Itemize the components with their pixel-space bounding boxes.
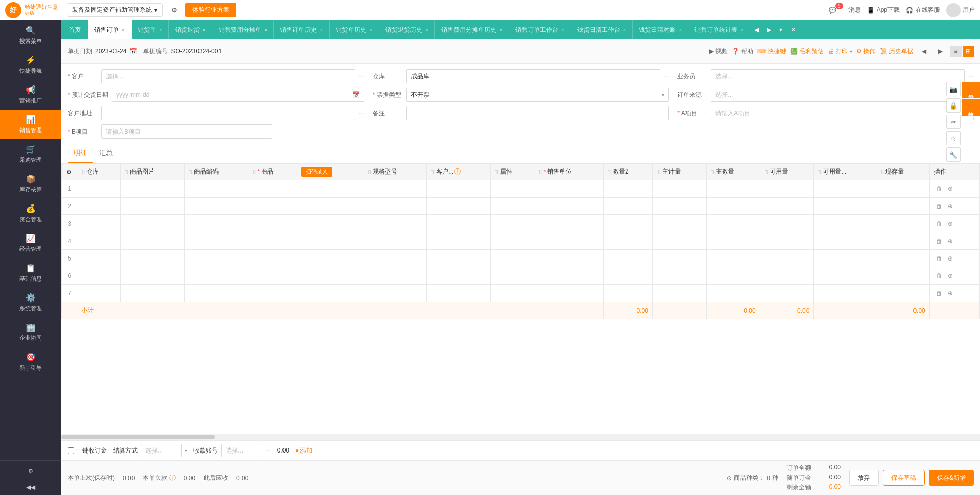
print-button[interactable]: 🖨 打印 ▾ [828, 47, 852, 56]
edit-float-icon[interactable]: ✏ [946, 115, 961, 129]
sidebar-item-quicknav[interactable]: ⚡ 快捷导航 [0, 50, 61, 80]
tab-close-cash-daily[interactable]: × [623, 27, 626, 33]
row-2-product-code[interactable] [184, 198, 248, 215]
row-3-warehouse[interactable] [77, 215, 121, 232]
settlement-input[interactable]: 选择... [141, 444, 182, 457]
row-4-main-qty[interactable] [706, 232, 760, 250]
tab-close-sales-order-history[interactable]: × [320, 27, 323, 33]
calendar-icon[interactable]: 📅 [129, 48, 137, 55]
copy-row-1-icon[interactable]: ⊕ [945, 184, 955, 194]
row-2-customer-code[interactable] [427, 198, 491, 215]
tab-close-refund-history[interactable]: × [425, 27, 428, 33]
business-more-icon[interactable]: ··· [968, 72, 974, 80]
delete-row-4-icon[interactable]: 🗑 [934, 236, 944, 246]
save-draft-button[interactable]: 保存草稿 [883, 470, 925, 486]
row-3-qty2[interactable] [603, 215, 652, 232]
tab-close-order-workbench[interactable]: × [561, 27, 564, 33]
tab-close-sales-return[interactable]: × [159, 27, 162, 33]
order-source-input[interactable]: 选择... [711, 88, 965, 102]
remark-input[interactable] [406, 106, 669, 120]
b-project-input[interactable]: 请输入B项目 [101, 124, 272, 139]
invoice-type-select[interactable]: 不开票 ▾ [406, 88, 669, 102]
row-6-main-unit[interactable] [652, 267, 706, 285]
customer-input[interactable]: 选择... [101, 69, 355, 83]
row-7-qty2[interactable] [603, 285, 652, 302]
sidebar-item-finance[interactable]: 💰 资金管理 [0, 199, 61, 228]
collapse-button[interactable]: ◀◀ [0, 480, 61, 495]
tab-prev-button[interactable]: ◀ [750, 20, 763, 39]
sidebar-item-inventory[interactable]: 📦 库存核算 [0, 169, 61, 199]
row-2-main-qty[interactable] [706, 198, 760, 215]
tab-close-expense-history[interactable]: × [499, 27, 503, 33]
profit-button[interactable]: 💹 毛利预估 [790, 47, 824, 56]
row-3-sales-unit[interactable] [534, 215, 604, 232]
row-1-product-code[interactable] [184, 180, 248, 198]
tab-cash-daily[interactable]: 钱货日清工作台 × [571, 20, 633, 39]
tab-order-workbench[interactable]: 销售订单工作台 × [509, 20, 571, 39]
prev-record-button[interactable]: ◀ [918, 42, 930, 60]
row-1-qty2[interactable] [603, 180, 652, 198]
delete-row-7-icon[interactable]: 🗑 [934, 288, 944, 298]
row-5-attribute[interactable] [491, 250, 534, 267]
row-6-main-qty[interactable] [706, 267, 760, 285]
customer-more-icon[interactable]: ··· [358, 72, 364, 80]
row-4-product[interactable] [248, 232, 297, 250]
delete-row-1-icon[interactable]: 🗑 [934, 184, 944, 194]
tab-close-sales-order[interactable]: × [122, 27, 125, 33]
row-5-product-code[interactable] [184, 250, 248, 267]
row-7-sales-unit[interactable] [534, 285, 604, 302]
row-1-product[interactable] [248, 180, 297, 198]
row-7-main-unit[interactable] [652, 285, 706, 302]
row-3-spec[interactable] [363, 215, 427, 232]
next-record-button[interactable]: ▶ [934, 42, 946, 60]
star-float-icon[interactable]: ☆ [946, 131, 961, 145]
sidebar-item-search[interactable]: 🔍 搜索菜单 [0, 20, 61, 50]
operate-button[interactable]: ⚙ 操作 [856, 47, 876, 56]
row-7-product[interactable] [248, 285, 297, 302]
tab-cash-reconcile[interactable]: 钱货日清对账 × [633, 20, 688, 39]
app-download-item[interactable]: 📱 App下载 [867, 6, 900, 14]
save-new-button[interactable]: 保存&新增 [929, 470, 974, 486]
row-1-warehouse[interactable] [77, 180, 121, 198]
row-7-customer-code[interactable] [427, 285, 491, 302]
copy-row-6-icon[interactable]: ⊕ [945, 271, 955, 281]
delivery-date-input[interactable]: yyyy-mm-dd 📅 [112, 88, 364, 102]
row-3-customer-code[interactable] [427, 215, 491, 232]
shortcut-button[interactable]: ⌨ 快捷键 [757, 47, 786, 56]
row-2-attribute[interactable] [491, 198, 534, 215]
sidebar-item-guide[interactable]: 🎯 新手引导 [0, 347, 61, 377]
row-4-product-code[interactable] [184, 232, 248, 250]
tab-sales-refund[interactable]: 销货退货 × [169, 20, 212, 39]
online-service-item[interactable]: 🎧 在线客服 [906, 6, 940, 14]
delete-row-6-icon[interactable]: 🗑 [934, 271, 944, 281]
row-6-spec[interactable] [363, 267, 427, 285]
row-1-main-qty[interactable] [706, 180, 760, 198]
row-2-main-unit[interactable] [652, 198, 706, 215]
tab-sales-return[interactable]: 销货单 × [132, 20, 169, 39]
row-4-spec[interactable] [363, 232, 427, 250]
row-7-warehouse[interactable] [77, 285, 121, 302]
tab-sales-order[interactable]: 销售订单 × [88, 20, 132, 39]
settings-icon[interactable]: ⚙ [167, 3, 181, 17]
sidebar-item-system[interactable]: ⚙️ 系统管理 [0, 288, 61, 317]
row-3-main-unit[interactable] [652, 215, 706, 232]
tab-home[interactable]: 首页 [61, 20, 88, 39]
row-2-qty2[interactable] [603, 198, 652, 215]
tab-close-sales-stats[interactable]: × [741, 27, 744, 33]
sidebar-item-operations[interactable]: 📈 经营管理 [0, 228, 61, 258]
logistics-float-button[interactable]: 物流 [962, 99, 980, 116]
lock-float-icon[interactable]: 🔒 [946, 98, 961, 113]
row-5-spec[interactable] [363, 250, 427, 267]
tab-sales-stats[interactable]: 销售订单统计表 × [688, 20, 750, 39]
row-4-warehouse[interactable] [77, 232, 121, 250]
row-4-customer-code[interactable] [427, 232, 491, 250]
row-5-sales-unit[interactable] [534, 250, 604, 267]
row-1-sales-unit[interactable] [534, 180, 604, 198]
row-1-attribute[interactable] [491, 180, 534, 198]
horizontal-scroll[interactable] [61, 434, 980, 440]
row-6-attribute[interactable] [491, 267, 534, 285]
row-4-attribute[interactable] [491, 232, 534, 250]
warehouse-more-icon[interactable]: ··· [663, 72, 669, 80]
copy-row-4-icon[interactable]: ⊕ [945, 236, 955, 246]
tab-close-sales-refund[interactable]: × [203, 27, 206, 33]
